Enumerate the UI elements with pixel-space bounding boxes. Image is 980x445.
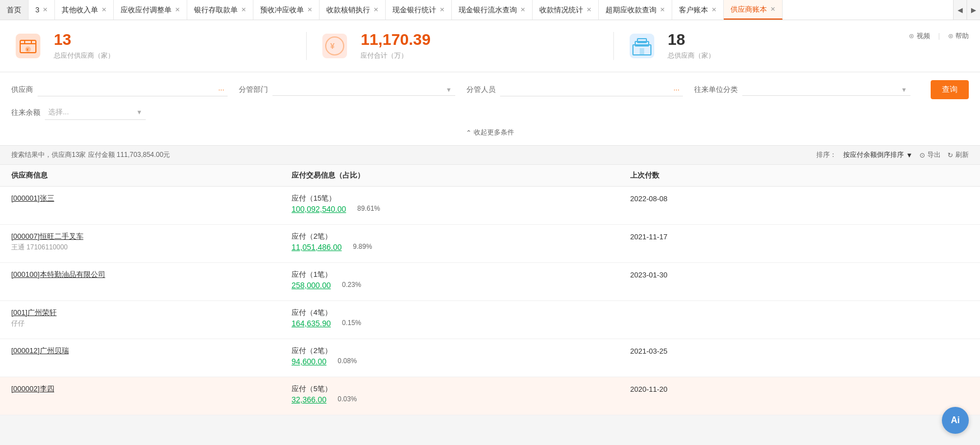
table-row: [000012]广州贝瑞 应付（2笔） 94,600.00 0.08% 2021… [0,339,980,377]
pay-pct-5: 0.03% [338,395,357,403]
supplier-link-3[interactable]: [001]广州荣轩 [11,308,292,318]
pay-info-cell-5: 应付（5笔） 32,366.00 0.03% [292,384,630,404]
unit-select[interactable]: ▼ [742,84,910,96]
nav-tab-home[interactable]: 首页 [0,0,29,20]
pay-row-1: 11,051,486.00 9.89% [292,242,630,252]
payable-suppliers-num: 13 [54,31,114,49]
nav-tab-receipt-stats-close[interactable]: ✕ [586,6,591,13]
nav-tab-collection[interactable]: 收款核销执行 ✕ [320,0,386,20]
nav-tab-cash-flow-query-close[interactable]: ✕ [520,6,525,13]
nav-tab-receipt-stats[interactable]: 收款情况统计 ✕ [533,0,599,20]
dept-select[interactable]: ▼ [272,84,455,96]
pay-amount-1[interactable]: 11,051,486.00 [292,243,342,252]
supplier-cell-4: [000012]广州贝瑞 [11,346,292,356]
pay-amount-0[interactable]: 100,092,540.00 [292,205,346,214]
help-link[interactable]: ⊙ 帮助 [948,31,969,41]
pay-label-5: 应付（5笔） [292,384,630,394]
last-pay-4: 2021-03-25 [630,346,969,355]
supplier-link-1[interactable]: [000007]恒旺二手叉车 [11,231,292,242]
nav-prev-arrow[interactable]: ◀ [953,0,967,20]
total-suppliers-label: 总供应商（家） [668,51,715,61]
nav-tab-bank-deposit-close[interactable]: ✕ [241,6,246,13]
nav-tab-ar-ap-adjust[interactable]: 应收应付调整单 ✕ [114,0,187,20]
nav-tab-other-income-close[interactable]: ✕ [101,6,107,13]
export-button[interactable]: ⊙ 导出 [919,150,941,160]
pay-pct-1: 9.89% [353,243,372,251]
nav-tab-3-close[interactable]: ✕ [43,6,48,13]
result-bar: 搜索结果中，供应商13家 应付金额 111,703,854.00元 排序： 按应… [0,146,980,165]
pay-amount-2[interactable]: 258,000.00 [292,281,331,290]
summary-card-total-suppliers: 18 总供应商（家） [625,29,909,63]
pay-amount-5[interactable]: 32,366.00 [292,395,326,404]
table-row: [000007]恒旺二手叉车 王通 17106110000 应付（2笔） 11,… [0,225,980,263]
pay-info-cell-0: 应付（15笔） 100,092,540.00 89.61% [292,193,630,214]
refresh-icon: ↻ [947,151,953,159]
balance-select[interactable]: 选择... ▼ [45,105,146,120]
collapse-label: 收起更多条件 [474,128,514,137]
svg-rect-0 [16,34,40,58]
nav-tab-prepayment-close[interactable]: ✕ [307,6,312,13]
nav-tab-overdue-query[interactable]: 超期应收款查询 ✕ [599,0,672,20]
total-suppliers-info: 18 总供应商（家） [668,31,715,61]
pay-info-cell-3: 应付（4笔） 164,635.90 0.15% [292,308,630,328]
pay-row-0: 100,092,540.00 89.61% [292,203,630,214]
nav-tab-3[interactable]: 3 ✕ [29,0,55,20]
unit-chevron-icon: ▼ [901,86,907,93]
pay-label-2: 应付（1笔） [292,270,630,280]
person-label: 分管人员 [466,85,496,95]
sort-select[interactable]: 按应付余额倒序排序 ▼ [843,150,913,160]
pay-amount-3[interactable]: 164,635.90 [292,319,331,328]
supplier-link-5[interactable]: [000002]李四 [11,384,292,394]
pay-info-cell-1: 应付（2笔） 11,051,486.00 9.89% [292,231,630,252]
payable-suppliers-label: 总应付供应商（家） [54,51,114,61]
nav-arrows: ◀ ▶ [953,0,980,20]
nav-tab-ar-ap-adjust-close[interactable]: ✕ [175,6,180,13]
supplier-cell-5: [000002]李四 [11,384,292,394]
total-suppliers-num: 18 [668,31,715,49]
refresh-button[interactable]: ↻ 刷新 [947,150,969,160]
supplier-dots-icon[interactable]: ··· [218,85,224,94]
filter-balance: 往来余额 选择... ▼ [11,105,969,120]
nav-tab-customer-ledger-close[interactable]: ✕ [711,6,716,13]
summary-divider-1 [306,32,307,60]
nav-overdue-query-label: 超期应收款查询 [605,5,657,15]
summary-divider-2 [613,32,614,60]
nav-tab-cash-bank-stats-close[interactable]: ✕ [440,6,445,13]
video-link[interactable]: ⊙ 视频 [909,31,930,41]
nav-next-arrow[interactable]: ▶ [967,0,980,20]
pay-amount-4[interactable]: 94,600.00 [292,357,326,366]
nav-tab-cash-flow-query[interactable]: 现金银行流水查询 ✕ [452,0,533,20]
collapse-button[interactable]: ⌃ 收起更多条件 [456,126,524,140]
last-pay-3 [630,308,969,309]
supplier-link-2[interactable]: [000100]本特勤油品有限公司 [11,270,292,280]
person-dots-icon[interactable]: ··· [673,85,679,94]
nav-tab-collection-close[interactable]: ✕ [373,6,378,13]
pay-row-5: 32,366.00 0.03% [292,394,630,404]
nav-tab-bank-deposit[interactable]: 银行存取款单 ✕ [187,0,253,20]
total-suppliers-icon [625,29,659,63]
last-pay-2: 2023-01-30 [630,270,969,279]
payable-total-num: 11,170.39 [360,31,431,49]
nav-tab-cash-bank-stats[interactable]: 现金银行统计 ✕ [386,0,452,20]
supplier-input[interactable]: ··· [38,83,228,96]
filter-person: 分管人员 ··· [466,83,694,96]
person-input[interactable]: ··· [500,83,683,96]
nav-cash-flow-query-label: 现金银行流水查询 [459,5,517,15]
svg-rect-14 [640,48,644,55]
nav-tab-other-income[interactable]: 其他收入单 ✕ [55,0,114,20]
nav-tab-supplier-ledger-close[interactable]: ✕ [770,6,775,13]
pay-row-3: 164,635.90 0.15% [292,318,630,328]
query-button[interactable]: 查询 [931,80,969,99]
supplier-link-4[interactable]: [000012]广州贝瑞 [11,346,292,356]
col-pay-info: 应付交易信息（占比） [292,170,630,180]
sort-area: 排序： 按应付余额倒序排序 ▼ ⊙ 导出 ↻ 刷新 [816,150,969,160]
pay-label-4: 应付（2笔） [292,346,630,356]
nav-tab-supplier-ledger[interactable]: 供应商账本 ✕ [724,0,783,20]
nav-tab-prepayment[interactable]: 预收冲应收单 ✕ [253,0,320,20]
nav-tab-customer-ledger[interactable]: 客户账本 ✕ [672,0,724,20]
supplier-link-0[interactable]: [000001]张三 [11,193,292,203]
refresh-label: 刷新 [955,150,969,160]
nav-tab-overdue-query-close[interactable]: ✕ [660,6,665,13]
supplier-cell-0: [000001]张三 [11,193,292,203]
nav-ar-ap-adjust-label: 应收应付调整单 [121,5,172,15]
